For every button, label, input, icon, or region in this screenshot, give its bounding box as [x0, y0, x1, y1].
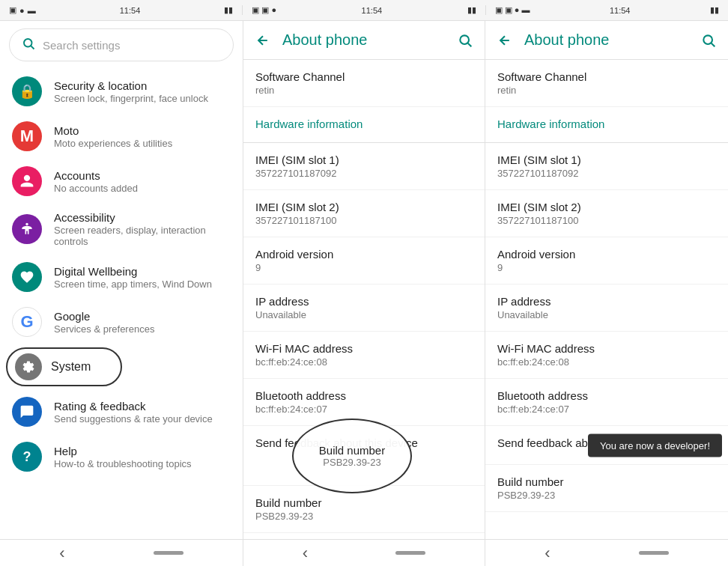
sidebar-item-security[interactable]: 🔒 Security & location Screen lock, finge…	[0, 69, 243, 114]
wifi-value-right: bc:ff:eb:24:ce:08	[497, 356, 716, 368]
android-value-right: 9	[497, 262, 716, 273]
nav-back-mid[interactable]: ‹	[303, 544, 308, 563]
android-title-mid: Android version	[255, 248, 473, 261]
svg-line-7	[712, 43, 715, 46]
about-title-middle: About phone	[282, 31, 446, 49]
build-number-circle: Build number PSB29.39-23	[292, 419, 412, 493]
info-ip-mid[interactable]: IP address Unavailable	[243, 284, 485, 332]
google-title: Google	[54, 310, 231, 323]
info-wifi-right[interactable]: Wi-Fi MAC address bc:ff:eb:24:ce:08	[485, 332, 728, 379]
software-channel-value-right: retin	[497, 85, 716, 96]
settings-panel: Search settings 🔒 Security & location Sc…	[0, 21, 243, 566]
software-channel-title-right: Software Channel	[497, 70, 716, 83]
hardware-section-title-mid: Hardware information	[255, 118, 473, 130]
help-text: Help How-to & troubleshooting topics	[54, 445, 231, 469]
imei2-value-right: 357227101187100	[497, 215, 716, 226]
accessibility-subtitle: Screen readers, display, interaction con…	[54, 225, 231, 247]
security-icon: 🔒	[12, 76, 42, 106]
status-bar-right: ▣ ▣ ● ▬ 11:54 ▮▮	[486, 5, 728, 15]
time-left: 11:54	[120, 6, 141, 15]
battery-icons-mid: ▮▮	[467, 5, 476, 15]
accessibility-icon	[12, 214, 42, 244]
battery-icon-r: ▮▮	[710, 5, 719, 15]
sidebar-item-accounts[interactable]: Accounts No accounts added	[0, 159, 243, 204]
sidebar-item-rating[interactable]: Rating & feedback Send suggestions & rat…	[0, 389, 243, 434]
security-subtitle: Screen lock, fingerprint, face unlock	[54, 93, 231, 104]
hardware-section-title-right: Hardware information	[497, 118, 716, 130]
info-software-channel-mid[interactable]: Software Channel retin	[243, 60, 485, 107]
svg-point-4	[460, 35, 469, 44]
status-icons-mid: ▣ ▣ ●	[252, 5, 276, 15]
search-bar[interactable]: Search settings	[9, 28, 234, 61]
sidebar-item-moto[interactable]: M Moto Moto experiences & utilities	[0, 114, 243, 159]
sidebar-item-accessibility[interactable]: Accessibility Screen readers, display, i…	[0, 204, 243, 255]
sidebar-item-digital-wellbeing[interactable]: Digital Wellbeing Screen time, app timer…	[0, 255, 243, 299]
google-subtitle: Services & preferences	[54, 323, 231, 335]
ip-title-right: IP address	[497, 295, 716, 308]
panel-header-right: About phone	[485, 21, 728, 60]
sidebar-item-help[interactable]: ? Help How-to & troubleshooting topics	[0, 434, 243, 479]
info-imei2-right[interactable]: IMEI (SIM slot 2) 357227101187100	[485, 190, 728, 237]
sidebar-item-google[interactable]: G Google Services & preferences	[0, 299, 243, 344]
info-bluetooth-right[interactable]: Bluetooth address bc:ff:eb:24:ce:07	[485, 379, 728, 426]
system-circle: System	[6, 347, 122, 386]
info-software-channel-right[interactable]: Software Channel retin	[485, 60, 728, 107]
bluetooth-title-right: Bluetooth address	[497, 389, 716, 402]
imei1-title-right: IMEI (SIM slot 1)	[497, 153, 716, 166]
info-hardware-section-right: Hardware information	[485, 107, 728, 143]
nav-back-left[interactable]: ‹	[59, 544, 64, 563]
rating-subtitle: Send suggestions & rate your device	[54, 413, 231, 424]
info-ip-right[interactable]: IP address Unavailable	[485, 284, 728, 332]
nav-back-right[interactable]: ‹	[545, 544, 550, 563]
back-button-middle[interactable]	[249, 27, 276, 54]
imei2-title-mid: IMEI (SIM slot 2)	[255, 201, 473, 213]
accounts-text: Accounts No accounts added	[54, 169, 231, 194]
info-imei1-mid[interactable]: IMEI (SIM slot 1) 357227101187092	[243, 143, 485, 190]
panel-content-right: Software Channel retin Hardware informat…	[485, 60, 728, 539]
info-feedback-mid[interactable]: Send feedback about this device Build nu…	[243, 426, 485, 486]
digital-wellbeing-title: Digital Wellbeing	[54, 265, 231, 278]
security-title: Security & location	[54, 79, 231, 92]
search-button-middle[interactable]	[452, 27, 479, 54]
moto-subtitle: Moto experiences & utilities	[54, 138, 231, 149]
sidebar-item-system[interactable]: System ℹ System	[0, 344, 243, 389]
svg-point-6	[703, 35, 712, 44]
accounts-icon	[12, 166, 42, 196]
info-android-mid[interactable]: Android version 9	[243, 237, 485, 284]
nav-home-left[interactable]	[154, 551, 183, 555]
accessibility-title: Accessibility	[54, 211, 231, 224]
software-channel-title-mid: Software Channel	[255, 70, 473, 83]
build-circle-title: Build number	[319, 444, 385, 457]
status-bar: ▣ ● ▬ 11:54 ▮▮ ▣ ▣ ● 11:54 ▮▮ ▣ ▣ ● ▬ 11…	[0, 0, 728, 21]
build-value-right: PSB29.39-23	[497, 490, 716, 501]
settings-list: 🔒 Security & location Screen lock, finge…	[0, 69, 243, 539]
system-circle-icon	[15, 353, 42, 380]
nav-home-mid[interactable]	[395, 551, 425, 555]
info-build-right[interactable]: Build number PSB29.39-23	[485, 465, 728, 512]
rating-title: Rating & feedback	[54, 400, 231, 413]
google-icon: G	[12, 307, 42, 337]
about-title-right: About phone	[524, 31, 689, 49]
info-imei2-mid[interactable]: IMEI (SIM slot 2) 357227101187100	[243, 190, 485, 237]
svg-point-2	[25, 223, 28, 225]
info-feedback-right[interactable]: Send feedback about this device You are …	[485, 426, 728, 465]
bluetooth-value-mid: bc:ff:eb:24:ce:07	[255, 404, 473, 415]
notif-mid: ▣ ▣ ●	[252, 5, 276, 15]
svg-line-5	[468, 43, 472, 46]
accounts-subtitle: No accounts added	[54, 183, 231, 194]
software-channel-value-mid: retin	[255, 85, 473, 96]
back-button-right[interactable]	[491, 27, 518, 54]
info-android-right[interactable]: Android version 9	[485, 237, 728, 284]
build-circle-value: PSB29.39-23	[323, 457, 380, 468]
info-imei1-right[interactable]: IMEI (SIM slot 1) 357227101187092	[485, 143, 728, 190]
wifi-value-mid: bc:ff:eb:24:ce:08	[255, 356, 473, 368]
ip-value-mid: Unavailable	[255, 309, 473, 320]
accessibility-text: Accessibility Screen readers, display, i…	[54, 211, 231, 247]
info-build-mid[interactable]: Build number PSB29.39-23	[243, 486, 485, 533]
search-button-right[interactable]	[695, 27, 722, 54]
info-wifi-mid[interactable]: Wi-Fi MAC address bc:ff:eb:24:ce:08	[243, 332, 485, 379]
moto-text: Moto Moto experiences & utilities	[54, 124, 231, 149]
ip-title-mid: IP address	[255, 295, 473, 308]
nav-home-right[interactable]	[639, 551, 669, 555]
android-value-mid: 9	[255, 262, 473, 273]
